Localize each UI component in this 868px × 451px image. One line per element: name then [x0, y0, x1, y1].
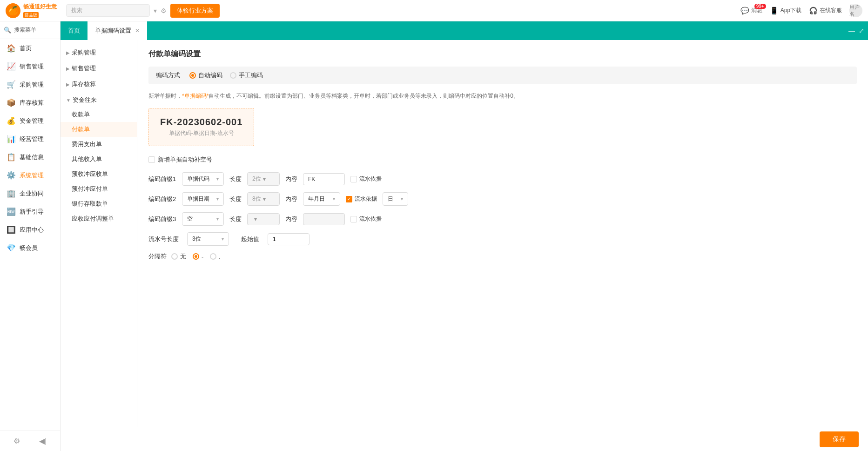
prefix3-content-input[interactable]	[303, 213, 345, 225]
sidebar-item-apps[interactable]: 🔲 应用中心	[0, 221, 60, 239]
prefix1-row: 编码前缀1 单据代码 ▾ 长度 2位 ▾ 内容	[148, 172, 857, 186]
logo-text: 畅通道好生意 搭品版	[23, 3, 57, 18]
main-area: 首页 单据编码设置 ✕ — ⤢ ▶ 采购管理	[61, 21, 868, 451]
prefix3-label: 编码前缀3	[148, 215, 176, 223]
fund-icon: 💰	[7, 116, 16, 125]
prefix1-select[interactable]: 单据代码 ▾	[182, 172, 224, 186]
serial-length-select[interactable]: 3位 ▾	[187, 232, 229, 246]
nav-group-purchase-title[interactable]: ▶ 采购管理	[61, 46, 137, 60]
prefix2-dropdown-icon: ▾	[216, 196, 219, 202]
top-bar: 🍊 畅通道好生意 搭品版 搜索 ▾ ⚙ 体验行业方案 💬 消息 99+ 📱 Ap…	[0, 0, 868, 21]
sidebar-item-system[interactable]: ⚙️ 系统管理	[0, 166, 60, 184]
prefix1-stream-checkbox[interactable]: 流水依据	[350, 175, 382, 183]
divider-none-radio[interactable]	[171, 253, 178, 260]
encode-method-radio-group: 自动编码 手工编码	[189, 71, 263, 80]
nav-item-adjust[interactable]: 应收应付调整单	[61, 211, 137, 226]
main-panel: 付款单编码设置 编码方式 自动编码 手工编码	[137, 40, 868, 427]
sidebar-item-member[interactable]: 💎 畅会员	[0, 239, 60, 257]
top-search-input[interactable]: 搜索	[66, 4, 150, 17]
prefix1-stream-check[interactable]	[350, 176, 357, 182]
tab-minimize-icon[interactable]: —	[848, 27, 855, 34]
prefix2-period-select[interactable]: 日 ▾	[383, 192, 408, 206]
prefix1-length-label: 长度	[229, 175, 242, 183]
prefix2-select[interactable]: 单据日期 ▾	[182, 192, 224, 206]
nav-item-advance-receivable[interactable]: 预收冲应收单	[61, 167, 137, 182]
settings-icon[interactable]: ⚙	[161, 7, 167, 14]
tab-expand-icon[interactable]: ⤢	[859, 27, 864, 34]
save-button[interactable]: 保存	[820, 431, 859, 447]
manual-encode-radio[interactable]	[230, 72, 236, 79]
settings-bottom-icon[interactable]: ⚙	[12, 435, 22, 447]
sidebar-item-guide[interactable]: 🆕 新手引导	[0, 202, 60, 221]
prefix3-stream-check[interactable]	[350, 216, 357, 222]
nav-group-inventory-title[interactable]: ▶ 库存核算	[61, 77, 137, 91]
auto-encode-radio[interactable]	[189, 72, 196, 79]
prefix3-stream-checkbox[interactable]: 流水依据	[350, 215, 382, 223]
sidebar-item-sales[interactable]: 📈 销售管理	[0, 57, 60, 75]
tab-encode-settings[interactable]: 单据编码设置 ✕	[87, 21, 147, 40]
sidebar-item-base[interactable]: 📋 基础信息	[0, 148, 60, 166]
sidebar-item-operations[interactable]: 📊 经营管理	[0, 130, 60, 148]
start-value-label: 起始值	[241, 235, 259, 243]
collapse-icon[interactable]: ◀|	[37, 435, 48, 447]
prefix2-content-dropdown-icon: ▾	[333, 196, 335, 202]
nav-item-receipt[interactable]: 收款单	[61, 107, 137, 122]
nav-item-other-income[interactable]: 其他收入单	[61, 152, 137, 167]
sidebar-item-inventory[interactable]: 📦 库存核算	[0, 94, 60, 112]
online-service-button[interactable]: 🎧 在线客服	[809, 7, 842, 15]
page-title: 付款单编码设置	[148, 49, 857, 59]
content-body: ▶ 采购管理 ▶ 销售管理 ▶ 库存核算	[61, 40, 868, 451]
app-download-button[interactable]: 📱 App下载	[770, 7, 801, 15]
base-icon: 📋	[7, 153, 16, 162]
experience-button[interactable]: 体验行业方案	[170, 4, 220, 18]
arrow-right-icon3: ▶	[66, 82, 70, 87]
prefix2-stream-checkbox[interactable]: ✓ 流水依据	[346, 195, 377, 203]
message-button[interactable]: 💬 消息 99+	[740, 7, 762, 15]
secondary-nav: ▶ 采购管理 ▶ 销售管理 ▶ 库存核算	[61, 40, 137, 427]
prefix2-content-select[interactable]: 年月日 ▾	[303, 192, 340, 206]
prefix2-label: 编码前缀2	[148, 195, 176, 203]
prefix2-stream-check-orange[interactable]: ✓	[346, 196, 352, 202]
nav-group-fund-title[interactable]: ▼ 资金往来	[61, 93, 137, 107]
divider-dot2-option[interactable]: .	[210, 253, 221, 260]
serial-row: 流水号长度 3位 ▾ 起始值	[148, 232, 857, 246]
sidebar-item-fund[interactable]: 💰 资金管理	[0, 112, 60, 130]
nav-group-sales-title[interactable]: ▶ 销售管理	[61, 61, 137, 75]
prefix3-select[interactable]: 空 ▾	[182, 212, 224, 226]
nav-item-expense[interactable]: 费用支出单	[61, 137, 137, 152]
sidebar-item-enterprise[interactable]: 🏢 企业协同	[0, 184, 60, 202]
bottom-bar: 保存	[61, 427, 868, 451]
auto-fill-row: 新增单据自动补空号	[148, 155, 857, 164]
nav-item-payment[interactable]: 付款单	[61, 122, 137, 137]
start-value-input[interactable]	[268, 233, 310, 245]
divider-dot-option[interactable]: -	[193, 253, 203, 260]
sidebar-item-home[interactable]: 🏠 首页	[0, 39, 60, 57]
sidebar-item-purchase[interactable]: 🛒 采购管理	[0, 75, 60, 94]
divider-dot2-radio[interactable]	[210, 253, 216, 260]
sidebar-search[interactable]: 🔍 搜索菜单	[0, 21, 60, 39]
tab-close-button[interactable]: ✕	[135, 27, 140, 34]
prefix2-content-label: 内容	[285, 195, 297, 203]
nav-item-advance-payable[interactable]: 预付冲应付单	[61, 182, 137, 196]
nav-item-bank[interactable]: 银行存取款单	[61, 196, 137, 211]
auto-encode-option[interactable]: 自动编码	[189, 71, 222, 80]
middle-area: ▶ 采购管理 ▶ 销售管理 ▶ 库存核算	[61, 40, 868, 427]
tab-bar: 首页 单据编码设置 ✕ — ⤢	[61, 21, 868, 40]
logo-icon: 🍊	[6, 3, 20, 18]
manual-encode-option[interactable]: 手工编码	[230, 71, 263, 80]
sidebar-bottom: ⚙ ◀|	[0, 431, 60, 451]
user-avatar[interactable]: 用户名	[849, 4, 862, 17]
auto-fill-checkbox[interactable]	[148, 156, 155, 163]
auto-fill-label: 新增单据自动补空号	[158, 155, 212, 164]
top-actions: 💬 消息 99+ 📱 App下载 🎧 在线客服 用户名	[740, 4, 862, 17]
nav-group-inventory: ▶ 库存核算	[61, 77, 137, 91]
dropdown-icon[interactable]: ▾	[154, 7, 157, 14]
prefix1-content-input[interactable]	[303, 173, 345, 185]
sales-icon: 📈	[7, 62, 16, 71]
tab-home[interactable]: 首页	[61, 21, 87, 40]
prefix2-length-box: 8位 ▾	[247, 192, 280, 206]
prefix3-dropdown-icon: ▾	[216, 216, 219, 222]
divider-dot-radio[interactable]	[193, 253, 199, 260]
nav-group-fund: ▼ 资金往来 收款单 付款单 费用支出单 其他收入单 预收冲应收单 预付冲应付单…	[61, 93, 137, 226]
divider-none-option[interactable]: 无	[171, 252, 186, 261]
